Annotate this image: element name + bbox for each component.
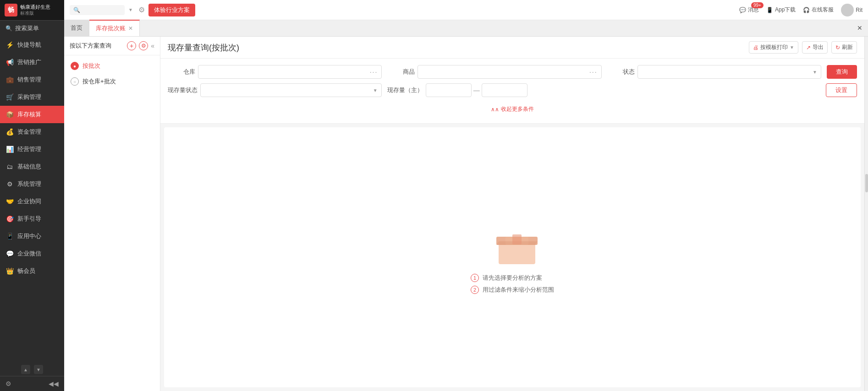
print-btn[interactable]: 🖨 按模板打印 ▼ [749, 41, 798, 54]
status-input[interactable]: ▼ [637, 65, 821, 79]
online-service-label: 在线客服 [812, 6, 834, 14]
page-titlebar-actions: 🖨 按模板打印 ▼ ↗ 导出 ↻ 刷新 [749, 41, 857, 54]
tab-home[interactable]: 首页 [64, 20, 89, 36]
tabbar: 首页 库存批次账 ✕ ✕ [64, 20, 868, 37]
inventory-status-field: 现存量状态 ▼ [168, 83, 382, 97]
sidebar-item-basic[interactable]: 🗂基础信息 [0, 158, 64, 175]
filter-title: 按以下方案查询 [70, 42, 111, 50]
sidebar-item-wechat[interactable]: 💬企业微信 [0, 245, 64, 262]
trial-btn[interactable]: 体验行业方案 [148, 4, 195, 16]
filter-item-icon-by-batch: ● [71, 62, 79, 70]
sidebar-search-label: 搜索菜单 [15, 24, 39, 33]
topbar-dropdown-icon[interactable]: ▼ [128, 7, 133, 12]
online-service-btn[interactable]: 🎧 在线客服 [803, 6, 834, 14]
inventory-qty-to-input[interactable] [482, 83, 527, 97]
avatar [841, 4, 854, 16]
sidebar-item-enterprise[interactable]: 🤝企业协同 [0, 193, 64, 210]
inventory-status-label: 现存量状态 [168, 86, 198, 94]
warehouse-dots-icon[interactable]: ··· [370, 68, 378, 76]
refresh-btn[interactable]: ↻ 刷新 [831, 41, 857, 54]
sidebar-header: 畅 畅康通好生意 标准版 [0, 0, 64, 21]
export-btn[interactable]: ↗ 导出 [802, 41, 828, 54]
search-icon: 🔍 [5, 25, 12, 32]
sidebar-item-quick-nav[interactable]: ⚡快捷导航 [0, 36, 64, 54]
tip-number-2: 2 [471, 286, 479, 294]
content: 按以下方案查询 + ⚙ « ●按批次○按仓库+批次 现存量查询(按批次) 🖨 按 [64, 37, 868, 391]
filter-collapse-icon[interactable]: « [151, 42, 154, 49]
filter-add-btn[interactable]: + [127, 41, 136, 50]
username-label: Rit [856, 7, 863, 13]
sidebar-scroll-up[interactable]: ▲ [21, 365, 30, 374]
warehouse-input[interactable]: ··· [198, 65, 382, 79]
sidebar-item-sales[interactable]: 💼销售管理 [0, 71, 64, 88]
nav-label-system: 系统管理 [17, 180, 41, 188]
product-label: 商品 [387, 68, 415, 76]
sidebar: 畅 畅康通好生意 标准版 🔍 搜索菜单 ⚡快捷导航📢营销推广💼销售管理🛒采购管理… [0, 0, 64, 391]
sidebar-item-inventory[interactable]: 📦库存核算 [0, 106, 64, 123]
sidebar-item-marketing[interactable]: 📢营销推广 [0, 54, 64, 71]
tab-close-icon[interactable]: ✕ [128, 25, 133, 32]
sidebar-logo: 畅 [5, 4, 17, 16]
right-scrollbar[interactable] [864, 37, 868, 391]
nav-icon-inventory: 📦 [5, 110, 14, 119]
filter-item-by-warehouse-batch[interactable]: ○按仓库+批次 [64, 74, 160, 89]
sidebar-item-system[interactable]: ⚙系统管理 [0, 175, 64, 193]
product-input[interactable]: ··· [418, 65, 601, 79]
nav-icon-system: ⚙ [5, 180, 14, 188]
app-download-label: App下载 [775, 6, 796, 14]
nav-label-marketing: 营销推广 [17, 58, 41, 66]
sidebar-search-btn[interactable]: 🔍 搜索菜单 [0, 21, 64, 36]
nav-icon-marketing: 📢 [5, 58, 14, 66]
sidebar-bottom: ⚙ ◀◀ [0, 376, 64, 391]
filter-settings-btn[interactable]: ⚙ [139, 41, 148, 50]
status-dropdown-icon[interactable]: ▼ [813, 70, 817, 75]
topbar-search-input[interactable] [82, 7, 119, 13]
sidebar-nav: ⚡快捷导航📢营销推广💼销售管理🛒采购管理📦库存核算💰资金管理📊经营管理🗂基础信息… [0, 36, 64, 363]
sidebar-item-guide[interactable]: 🎯新手引导 [0, 210, 64, 228]
sidebar-collapse-btn[interactable]: ◀◀ [49, 380, 59, 387]
empty-tip-1: 1 请先选择要分析的方案 [471, 274, 554, 282]
nav-label-finance: 资金管理 [17, 128, 41, 136]
tab-panel-close-btn[interactable]: ✕ [852, 20, 868, 36]
tab-home-label: 首页 [71, 24, 82, 32]
topbar-search-box[interactable]: 🔍 [70, 5, 125, 15]
collapse-more-label: 收起更多条件 [501, 105, 534, 113]
tip-text-1: 请先选择要分析的方案 [483, 274, 542, 282]
sidebar-scroll-down[interactable]: ▼ [34, 365, 43, 374]
nav-label-guide: 新手引导 [17, 215, 41, 223]
filter-items-list: ●按批次○按仓库+批次 [64, 55, 160, 92]
page-titlebar: 现存量查询(按批次) 🖨 按模板打印 ▼ ↗ 导出 ↻ 刷新 [160, 37, 864, 59]
nav-icon-basic: 🗂 [5, 163, 14, 171]
warehouse-field: 仓库 ··· [168, 65, 382, 79]
print-label: 按模板打印 [760, 43, 788, 51]
nav-label-app-center: 应用中心 [17, 232, 41, 240]
query-btn[interactable]: 查询 [827, 65, 857, 79]
sidebar-item-vip[interactable]: 👑畅会员 [0, 262, 64, 280]
message-btn[interactable]: 💬 消息 99+ [739, 6, 759, 14]
topbar-actions: 💬 消息 99+ 📱 App下载 🎧 在线客服 Rit [739, 4, 863, 16]
nav-icon-enterprise: 🤝 [5, 197, 14, 206]
app-download-btn[interactable]: 📱 App下载 [766, 6, 796, 14]
app-download-icon: 📱 [766, 7, 773, 13]
sidebar-settings-icon[interactable]: ⚙ [5, 380, 11, 387]
inventory-status-arrow-icon[interactable]: ▼ [373, 88, 378, 93]
sidebar-item-purchase[interactable]: 🛒采购管理 [0, 88, 64, 106]
tip-number-1: 1 [471, 274, 479, 282]
collapse-more-btn[interactable]: ∧∧ 收起更多条件 [168, 102, 857, 117]
sidebar-item-app-center[interactable]: 📱应用中心 [0, 228, 64, 245]
nav-label-wechat: 企业微信 [17, 250, 41, 258]
main: 🔍 ▼ ⚙ 体验行业方案 💬 消息 99+ 📱 App下载 🎧 在线客服 Rit [64, 0, 868, 391]
print-dropdown-icon[interactable]: ▼ [790, 45, 794, 50]
product-dots-icon[interactable]: ··· [589, 68, 598, 76]
sidebar-item-operation[interactable]: 📊经营管理 [0, 141, 64, 158]
user-avatar-btn[interactable]: Rit [841, 4, 863, 16]
tab-inventory-batch[interactable]: 库存批次账 ✕ [89, 20, 140, 36]
filter-item-by-batch[interactable]: ●按批次 [64, 58, 160, 74]
filter-item-label-by-batch: 按批次 [82, 62, 100, 70]
topbar-settings-icon[interactable]: ⚙ [138, 5, 145, 14]
inventory-qty-from-input[interactable] [426, 83, 472, 97]
settings-btn[interactable]: 设置 [826, 83, 857, 97]
sidebar-item-finance[interactable]: 💰资金管理 [0, 123, 64, 141]
empty-icon [489, 221, 535, 266]
inventory-status-input[interactable]: ▼ [200, 83, 382, 97]
